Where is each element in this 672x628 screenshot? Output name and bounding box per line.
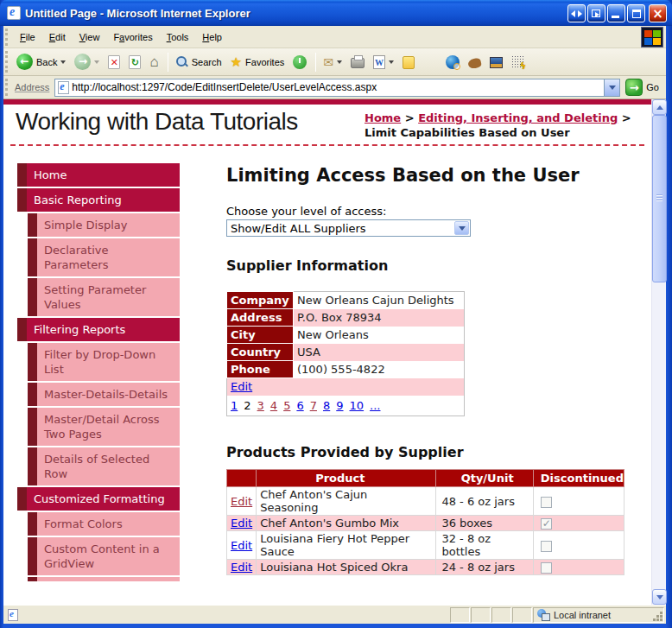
product-edit-link[interactable]: Edit xyxy=(231,517,252,530)
sidebar-item-simple-display[interactable]: Simple Display xyxy=(28,213,180,237)
discontinued-checkbox[interactable] xyxy=(541,541,552,552)
pager-next-ellipsis[interactable]: ... xyxy=(370,399,380,412)
menu-view[interactable]: View xyxy=(73,29,107,45)
column-product: Product xyxy=(257,470,436,487)
sidebar-item-basic-reporting[interactable]: Basic Reporting xyxy=(17,188,180,212)
menu-bar: File Edit View Favorites Tools Help xyxy=(3,26,666,48)
menu-tools[interactable]: Tools xyxy=(160,29,196,45)
sidebar-item-home[interactable]: Home xyxy=(17,163,180,187)
history-icon xyxy=(293,55,307,69)
menu-bullet-icon xyxy=(17,163,27,187)
addon-research-button[interactable] xyxy=(465,54,485,70)
sidebar-item-details-of-selected-row[interactable]: Details of Selected Row xyxy=(28,447,180,485)
standard-toolbar: ← Back → ✕ ↻ ⌂ Search ★ Favorites xyxy=(3,48,666,76)
pager-page-10[interactable]: 10 xyxy=(350,399,365,412)
go-label: Go xyxy=(646,82,659,92)
refresh-button[interactable]: ↻ xyxy=(125,54,144,71)
sidebar-item-setting-parameter-values[interactable]: Setting Parameter Values xyxy=(28,278,180,316)
scroll-down-button[interactable] xyxy=(652,589,667,605)
sidebar-item-filter-by-dropdown-list[interactable]: Filter by Drop-Down List xyxy=(28,343,180,381)
edit-with-word-button[interactable]: W xyxy=(370,54,397,71)
menu-bullet-icon xyxy=(17,487,27,511)
discontinued-checkbox[interactable] xyxy=(541,562,552,574)
menu-edit[interactable]: Edit xyxy=(42,29,73,45)
messenger-button[interactable] xyxy=(399,54,418,71)
menu-favorites[interactable]: Favorites xyxy=(106,29,159,45)
forward-button[interactable]: → xyxy=(71,52,103,72)
discontinued-checkbox[interactable] xyxy=(541,497,552,508)
addressbar-grip[interactable] xyxy=(5,79,10,97)
status-pane xyxy=(491,607,511,623)
sidebar-item-format-colors[interactable]: Format Colors xyxy=(28,512,180,536)
window-resize-grip[interactable] xyxy=(660,618,662,621)
product-edit-link[interactable]: Edit xyxy=(231,539,252,552)
menu-bullet-icon xyxy=(17,318,27,341)
go-arrow-icon: → xyxy=(626,79,642,95)
export-window-icon xyxy=(592,10,600,17)
pager-page-3[interactable]: 3 xyxy=(257,399,264,412)
menu-file[interactable]: File xyxy=(13,29,42,45)
status-bar: e Local intranet xyxy=(3,605,666,624)
chevron-down-icon xyxy=(609,86,616,93)
supplier-edit-link[interactable]: Edit xyxy=(231,380,252,393)
table-row: CityNew Orleans xyxy=(227,327,465,344)
product-edit-link[interactable]: Edit xyxy=(231,495,252,508)
title-bar: e Untitled Page - Microsoft Internet Exp… xyxy=(0,0,672,26)
table-row: Edit Chef Anton's Gumbo Mix 36 boxes xyxy=(227,516,624,531)
pager-page-6[interactable]: 6 xyxy=(296,399,303,412)
address-dropdown-button[interactable] xyxy=(604,79,619,96)
product-edit-link[interactable]: Edit xyxy=(231,561,252,574)
breadcrumb-home-link[interactable]: Home xyxy=(365,111,401,124)
go-button[interactable]: → xyxy=(625,79,643,96)
sidebar-item-customized-formatting[interactable]: Customized Formatting xyxy=(17,487,180,511)
scroll-up-button[interactable] xyxy=(652,99,667,115)
breadcrumb-separator: > xyxy=(622,111,631,124)
browser-window: e Untitled Page - Microsoft Internet Exp… xyxy=(0,0,672,628)
menubar-grip[interactable] xyxy=(5,29,10,46)
pager-page-9[interactable]: 9 xyxy=(336,399,343,412)
sidebar-item-custom-content-gridview[interactable]: Custom Content in a GridView xyxy=(28,537,180,575)
sidebar-item-declarative-parameters[interactable]: Declarative Parameters xyxy=(28,238,180,276)
print-button[interactable] xyxy=(347,54,368,70)
home-button[interactable]: ⌂ xyxy=(146,53,162,71)
pager-page-1[interactable]: 1 xyxy=(231,399,238,412)
supplier-details-table: CompanyNew Orleans Cajun Delights Addres… xyxy=(226,291,465,416)
sidebar-item-master-detail-across-two-pages[interactable]: Master/Detail Across Two Pages xyxy=(28,408,180,446)
breadcrumb-section-link[interactable]: Editing, Inserting, and Deleting xyxy=(418,111,618,124)
addon-lookup-button[interactable] xyxy=(486,54,506,70)
minimize-button[interactable] xyxy=(607,4,625,22)
search-button[interactable]: Search xyxy=(172,54,225,70)
pager-page-4[interactable]: 4 xyxy=(270,399,277,412)
menu-bullet-icon xyxy=(28,577,37,581)
research-icon xyxy=(467,57,482,69)
menu-bullet-icon xyxy=(28,343,37,381)
mail-button[interactable]: ✉ xyxy=(320,54,346,70)
addon-script-button[interactable]: ϟ xyxy=(508,54,528,70)
sidebar-item-partially-visible[interactable]: Custom Content in a DetailsView xyxy=(28,577,180,581)
sidebar-item-master-details-details[interactable]: Master-Details-Details xyxy=(28,383,180,406)
stop-button[interactable]: ✕ xyxy=(105,54,124,71)
scrollbar-thumb[interactable] xyxy=(652,115,667,282)
security-zone-label: Local intranet xyxy=(554,610,611,620)
toolbar-grip[interactable] xyxy=(5,51,10,73)
products-section-heading: Products Provided by Supplier xyxy=(226,444,639,460)
address-input[interactable] xyxy=(72,80,604,95)
sidebar-item-filtering-reports[interactable]: Filtering Reports xyxy=(17,318,180,341)
close-button[interactable]: × xyxy=(649,4,667,22)
access-level-select[interactable]: Show/Edit ALL Suppliers xyxy=(226,219,471,237)
vertical-scrollbar[interactable] xyxy=(651,99,666,605)
addon-web-search-button[interactable] xyxy=(442,54,463,71)
history-button[interactable] xyxy=(289,54,310,71)
favorites-button[interactable]: ★ Favorites xyxy=(227,54,288,70)
maximize-button[interactable] xyxy=(627,4,645,22)
back-button[interactable]: ← Back xyxy=(13,52,69,72)
supplier-section-heading: Supplier Information xyxy=(226,257,639,274)
menu-help[interactable]: Help xyxy=(195,29,229,45)
pager-page-7[interactable]: 7 xyxy=(310,399,317,412)
title-custom-arrows-button[interactable] xyxy=(567,4,586,22)
pager-page-5[interactable]: 5 xyxy=(283,399,290,412)
pager-page-8[interactable]: 8 xyxy=(323,399,330,412)
discontinued-checkbox[interactable] xyxy=(541,518,552,530)
select-arrow-button[interactable] xyxy=(454,221,469,235)
title-custom-export-button[interactable] xyxy=(587,4,605,22)
